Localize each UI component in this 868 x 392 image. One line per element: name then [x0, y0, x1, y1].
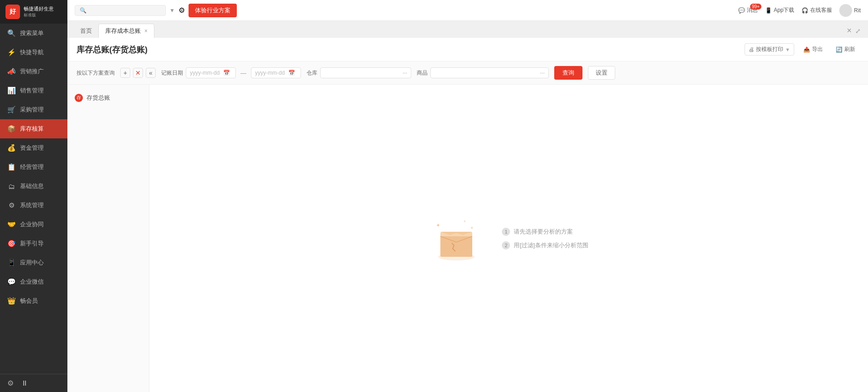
- product-select[interactable]: ···: [430, 67, 549, 78]
- sidebar-item-inventory[interactable]: 📦 库存核算: [0, 119, 67, 138]
- search-dropdown-icon[interactable]: ▼: [169, 7, 175, 14]
- calendar-from-icon[interactable]: 📅: [223, 70, 230, 76]
- tab-close-icon[interactable]: ×: [144, 28, 148, 34]
- export-icon: 📤: [803, 46, 810, 53]
- sidebar-item-basic[interactable]: 🗂 基础信息: [0, 177, 67, 196]
- sub-sidebar-item-label: 存货总账: [87, 94, 110, 102]
- filter-collapse-btn[interactable]: «: [146, 68, 156, 78]
- refresh-icon: 🔄: [836, 46, 842, 53]
- query-button[interactable]: 查询: [554, 66, 582, 80]
- sidebar-item-label: 企业协同: [20, 220, 44, 229]
- page-title: 库存总账(存货总账): [77, 44, 148, 55]
- search-bar[interactable]: 🔍: [75, 5, 166, 16]
- tab-bar: 首页 库存成本总账 × × ⤢: [67, 21, 868, 38]
- empty-illustration: ✦ ✦ ✦: [429, 211, 484, 266]
- print-template-btn[interactable]: 🖨 按模板打印 ▼: [745, 43, 794, 56]
- sidebar-item-marketing[interactable]: 📣 营销推广: [0, 62, 67, 81]
- sidebar-item-wechat[interactable]: 💬 企业微信: [0, 272, 67, 291]
- cooperation-icon: 🤝: [7, 220, 15, 229]
- date-separator: —: [240, 70, 246, 76]
- export-label: 导出: [812, 46, 823, 53]
- app-download-label: App下载: [774, 6, 794, 14]
- export-btn[interactable]: 📤 导出: [800, 44, 827, 55]
- filter-remove-btn[interactable]: ✕: [133, 68, 143, 78]
- operation-icon: 📋: [7, 163, 15, 171]
- calendar-to-icon[interactable]: 📅: [288, 70, 295, 76]
- sidebar-item-purchase[interactable]: 🛒 采购管理: [0, 100, 67, 119]
- basic-icon: 🗂: [7, 183, 15, 190]
- app-center-icon: 📱: [7, 259, 15, 267]
- app-name: 畅捷通好生意: [24, 5, 54, 12]
- sidebar-scroll: 🔍 搜索菜单 ⚡ 快捷导航 📣 营销推广 📊 销售管理 🛒 采购管理 📦 库存核…: [0, 24, 67, 374]
- sub-sidebar-item-ledger[interactable]: 存 存货总账: [67, 89, 149, 107]
- member-icon: 👑: [7, 297, 15, 305]
- sidebar-item-label: 基础信息: [20, 182, 44, 190]
- date-label: 记账日期: [161, 69, 183, 77]
- inventory-icon: 📦: [7, 125, 15, 133]
- header-gear-icon[interactable]: ⚙: [179, 6, 185, 15]
- sidebar-item-newbie[interactable]: 🎯 新手引导: [0, 234, 67, 253]
- newbie-icon: 🎯: [7, 239, 15, 248]
- quick-nav-icon: ⚡: [7, 48, 15, 56]
- filter-label: 按以下方案查询: [77, 69, 115, 77]
- sidebar-item-label: 系统管理: [20, 201, 44, 209]
- warehouse-select[interactable]: ···: [320, 67, 411, 78]
- sidebar-item-label: 营销推广: [20, 67, 44, 76]
- system-icon: ⚙: [7, 201, 15, 209]
- empty-state: ✦ ✦ ✦ 1 请先选择要分析的方案 2 用[过滤]条件来缩小分析范围: [149, 85, 868, 392]
- sidebar-item-finance[interactable]: 💰 资金管理: [0, 138, 67, 158]
- app-logo-icon: 好: [5, 5, 20, 19]
- app-download-btn[interactable]: 📱 App下载: [765, 6, 794, 14]
- sidebar-item-quick-nav[interactable]: ⚡ 快捷导航: [0, 43, 67, 62]
- date-to-input[interactable]: yyyy-mm-dd 📅: [251, 67, 301, 78]
- headset-icon: 🎧: [802, 7, 808, 14]
- sidebar-item-sales[interactable]: 📊 销售管理: [0, 81, 67, 100]
- panel-close-icon[interactable]: ×: [847, 26, 852, 36]
- sidebar-item-label: 畅会员: [20, 297, 38, 305]
- top-header: 🔍 ▼ ⚙ 体验行业方案 💬 消息 99+ 📱 App下载 🎧 在线客服: [67, 0, 868, 21]
- panel-expand-icon[interactable]: ⤢: [855, 27, 861, 35]
- online-service-btn[interactable]: 🎧 在线客服: [802, 6, 832, 14]
- filter-bar: 按以下方案查询 + ✕ « 记账日期 yyyy-mm-dd 📅 — yyyy-m…: [67, 61, 868, 85]
- notification-btn[interactable]: 💬 消息 99+: [738, 6, 758, 14]
- svg-text:✦: ✦: [436, 222, 440, 229]
- warehouse-more-icon[interactable]: ···: [403, 70, 407, 76]
- empty-hints: 1 请先选择要分析的方案 2 用[过滤]条件来缩小分析范围: [502, 228, 588, 249]
- wechat-icon: 💬: [7, 278, 15, 286]
- sidebar-item-app-center[interactable]: 📱 应用中心: [0, 253, 67, 272]
- user-avatar: [839, 4, 852, 17]
- sidebar-item-member[interactable]: 👑 畅会员: [0, 291, 67, 311]
- page-header: 库存总账(存货总账) 🖨 按模板打印 ▼ 📤 导出 🔄 刷新: [67, 38, 868, 61]
- product-more-icon[interactable]: ···: [540, 70, 545, 76]
- date-to-placeholder: yyyy-mm-dd: [255, 70, 285, 76]
- sidebar-item-label: 应用中心: [20, 259, 44, 267]
- tab-home[interactable]: 首页: [75, 24, 97, 38]
- toggle-icon[interactable]: ⏸: [21, 379, 28, 387]
- refresh-btn[interactable]: 🔄 刷新: [832, 44, 859, 55]
- industry-btn[interactable]: 体验行业方案: [189, 4, 237, 17]
- user-name: Rit: [854, 7, 861, 14]
- filter-actions: + ✕ «: [120, 68, 156, 78]
- filter-warehouse-field: 仓库 ···: [306, 67, 411, 78]
- notification-badge: 99+: [750, 4, 761, 10]
- sidebar-item-cooperation[interactable]: 🤝 企业协同: [0, 215, 67, 234]
- sidebar-item-label: 搜索菜单: [20, 29, 44, 37]
- svg-text:✦: ✦: [470, 225, 474, 230]
- sidebar-item-search-menu[interactable]: 🔍 搜索菜单: [0, 24, 67, 43]
- user-info[interactable]: Rit: [839, 4, 861, 17]
- hint-num-1: 1: [502, 228, 510, 236]
- date-from-input[interactable]: yyyy-mm-dd 📅: [186, 67, 236, 78]
- tab-inventory-ledger[interactable]: 库存成本总账 ×: [98, 24, 154, 38]
- settings-bottom-icon[interactable]: ⚙: [7, 379, 14, 387]
- filter-add-btn[interactable]: +: [120, 68, 130, 78]
- top-header-right: 💬 消息 99+ 📱 App下载 🎧 在线客服 Rit: [738, 4, 861, 17]
- purchase-icon: 🛒: [7, 106, 15, 114]
- sidebar-item-system[interactable]: ⚙ 系统管理: [0, 196, 67, 215]
- online-service-label: 在线客服: [810, 6, 832, 14]
- hint-text-1: 请先选择要分析的方案: [514, 228, 573, 236]
- ledger-icon: 存: [75, 94, 83, 102]
- sidebar: 好 畅捷通好生意 标准版 🔍 搜索菜单 ⚡ 快捷导航 📣 营销推广 📊 销售管理…: [0, 0, 67, 392]
- settings-button[interactable]: 设置: [588, 66, 615, 80]
- sidebar-item-label: 库存核算: [20, 125, 44, 133]
- sidebar-item-operation[interactable]: 📋 经营管理: [0, 158, 67, 177]
